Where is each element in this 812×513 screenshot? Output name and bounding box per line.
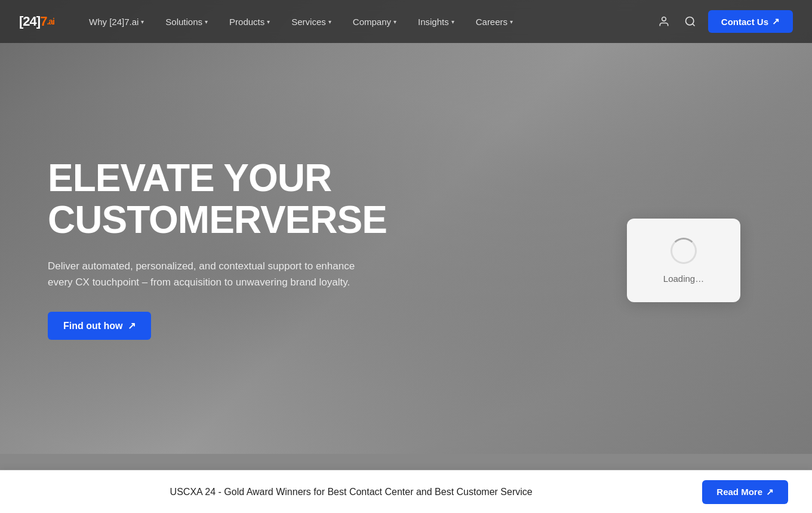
- logo[interactable]: [24]7.ai: [19, 14, 54, 29]
- banner-award-text: USCXA 24 - Gold Award Winners for Best C…: [24, 487, 678, 497]
- hero-title-line2: CUSTOMERVERSE: [48, 198, 387, 241]
- nav-label-solutions: Solutions: [165, 17, 202, 27]
- nav-actions: Contact Us ↗: [656, 10, 793, 33]
- nav-item-services[interactable]: Services ▾: [281, 12, 342, 32]
- nav-label-company: Company: [353, 17, 391, 27]
- read-more-arrow-icon: ↗: [766, 487, 774, 497]
- nav-links: Why [24]7.ai ▾ Solutions ▾ Products ▾ Se…: [78, 12, 656, 32]
- find-out-label: Find out how: [63, 321, 123, 331]
- cta-arrow-icon: ↗: [128, 320, 136, 331]
- nav-label-services: Services: [291, 17, 326, 27]
- find-out-how-button[interactable]: Find out how ↗: [48, 312, 151, 340]
- hero-content: ELEVATE YOUR CUSTOMERVERSE Deliver autom…: [0, 121, 418, 376]
- nav-item-solutions[interactable]: Solutions ▾: [155, 12, 219, 32]
- chevron-down-icon: ▾: [393, 19, 396, 25]
- chevron-down-icon: ▾: [267, 19, 270, 25]
- svg-point-1: [685, 17, 693, 25]
- nav-label-careers: Careers: [476, 17, 508, 27]
- read-more-button[interactable]: Read More ↗: [702, 480, 788, 504]
- contact-us-button[interactable]: Contact Us ↗: [708, 10, 793, 33]
- chevron-down-icon: ▾: [510, 19, 513, 25]
- user-icon: [658, 16, 670, 27]
- nav-label-insights: Insights: [418, 17, 449, 27]
- nav-item-products[interactable]: Products ▾: [219, 12, 281, 32]
- search-icon: [684, 16, 696, 27]
- search-icon-button[interactable]: [682, 13, 699, 30]
- hero-section: ELEVATE YOUR CUSTOMERVERSE Deliver autom…: [0, 0, 812, 454]
- loading-widget: Loading…: [627, 219, 740, 302]
- hero-subtitle: Deliver automated, personalized, and con…: [48, 258, 370, 290]
- logo-number: 24: [23, 14, 36, 29]
- chevron-down-icon: ▾: [328, 19, 331, 25]
- logo-dot-ai: .ai: [47, 17, 54, 26]
- hero-title-line1: ELEVATE YOUR: [48, 156, 331, 199]
- bottom-banner: USCXA 24 - Gold Award Winners for Best C…: [0, 470, 812, 513]
- chevron-down-icon: ▾: [451, 19, 454, 25]
- nav-label-why: Why [24]7.ai: [89, 17, 139, 27]
- user-icon-button[interactable]: [656, 13, 672, 30]
- nav-label-products: Products: [229, 17, 264, 27]
- svg-point-0: [662, 17, 666, 21]
- nav-item-why[interactable]: Why [24]7.ai ▾: [78, 12, 155, 32]
- chevron-down-icon: ▾: [205, 19, 208, 25]
- contact-us-label: Contact Us: [721, 17, 768, 27]
- nav-item-insights[interactable]: Insights ▾: [407, 12, 465, 32]
- nav-item-company[interactable]: Company ▾: [342, 12, 407, 32]
- logo-slash: 7: [40, 14, 47, 29]
- read-more-label: Read More: [716, 487, 762, 497]
- hero-title: ELEVATE YOUR CUSTOMERVERSE: [48, 157, 370, 241]
- arrow-ne-icon: ↗: [772, 16, 780, 27]
- loading-spinner: [670, 238, 697, 264]
- loading-text: Loading…: [663, 274, 704, 284]
- navbar: [24]7.ai Why [24]7.ai ▾ Solutions ▾ Prod…: [0, 0, 812, 43]
- chevron-down-icon: ▾: [141, 19, 144, 25]
- svg-line-2: [693, 24, 695, 26]
- nav-item-careers[interactable]: Careers ▾: [465, 12, 524, 32]
